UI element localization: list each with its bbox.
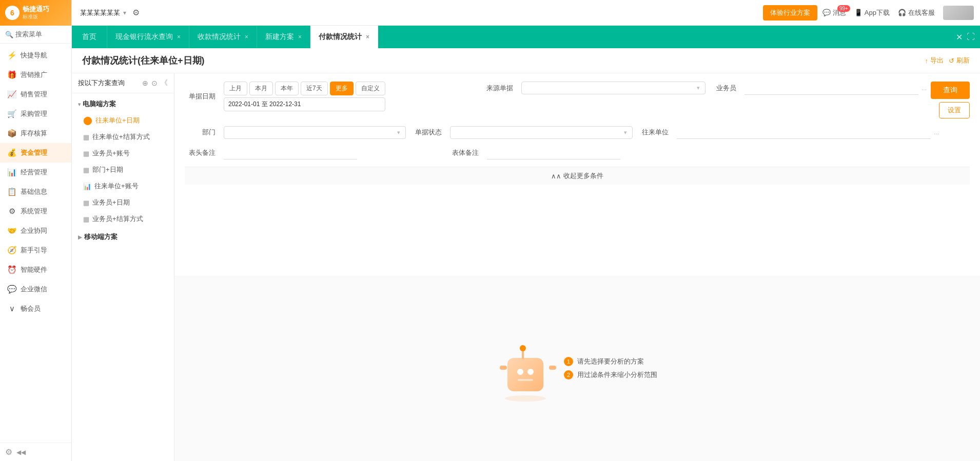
tab-receivable[interactable]: 收款情况统计 × (189, 26, 257, 48)
header-remark-label: 表头备注 (185, 148, 221, 157)
salesperson-input[interactable] (744, 82, 918, 95)
empty-content: 1 请先选择要分析的方案 2 用过滤条件来缩小分析范围 (497, 343, 657, 394)
maximize-icon[interactable]: ⛶ (967, 32, 975, 42)
scheme-settings-icon[interactable]: ⊙ (151, 79, 158, 87)
date-btn-custom[interactable]: 自定义 (356, 82, 385, 95)
mobile-group-header[interactable]: ▶ 移动端方案 (72, 229, 174, 245)
scheme-item-2[interactable]: ▦ 业务员+账号 (77, 145, 174, 162)
export-icon: ↑ (925, 57, 929, 65)
page-title-bar: 付款情况统计(往来单位+日期) ↑ 导出 ↺ 刷新 (72, 48, 980, 73)
sidebar-search[interactable]: 🔍 搜索菜单 (0, 26, 71, 44)
date-btn-this-year[interactable]: 本年 (275, 82, 299, 95)
sidebar-item-member[interactable]: ∨ 畅会员 (0, 299, 71, 318)
sidebar-item-guide[interactable]: 🧭 新手引导 (0, 240, 71, 260)
scheme-item-label-2: 业务员+账号 (92, 149, 130, 158)
collapse-more-label: 收起更多条件 (563, 171, 603, 181)
nav-label: 企业微信 (21, 285, 47, 294)
mobile-scheme-group: ▶ 移动端方案 (72, 229, 174, 245)
shortcut-icon: ⚡ (7, 51, 16, 60)
empty-tips: 1 请先选择要分析的方案 2 用过滤条件来缩小分析范围 (564, 357, 657, 379)
header-remark-group: 表头备注 (185, 146, 443, 159)
scheme-item-5[interactable]: ▦ 业务员+日期 (77, 194, 174, 211)
enterprise-icon: 🤝 (7, 226, 16, 235)
sidebar-item-wechat[interactable]: 💬 企业微信 (0, 279, 71, 299)
date-btn-last-month[interactable]: 上月 (224, 82, 247, 95)
sidebar-item-hardware[interactable]: ⏰ 智能硬件 (0, 260, 71, 279)
date-controls: 上月 本月 本年 近7天 更多 自定义 2022-01-01 至 2022-12… (224, 82, 385, 111)
tab-payable-close[interactable]: × (366, 33, 369, 41)
dropdown-icon[interactable]: ▾ (123, 9, 126, 16)
nav-label: 资金管理 (21, 148, 47, 157)
sidebar-item-sales[interactable]: 📈 销售管理 (0, 85, 71, 104)
tab-receivable-close[interactable]: × (245, 33, 248, 41)
avatar (943, 6, 974, 20)
query-button[interactable]: 查询 (931, 82, 970, 99)
sidebar-item-system[interactable]: ⚙ 系统管理 (0, 202, 71, 221)
tab-cashflow[interactable]: 现金银行流水查询 × (107, 26, 189, 48)
trial-button[interactable]: 体验行业方案 (763, 5, 817, 21)
tab-cashflow-close[interactable]: × (177, 33, 181, 41)
nav-label: 库存核算 (21, 129, 47, 138)
sidebar-item-operation[interactable]: 📊 经营管理 (0, 163, 71, 182)
sidebar-item-enterprise[interactable]: 🤝 企业协同 (0, 221, 71, 240)
scheme-item-4[interactable]: 📊 往来单位+账号 (77, 178, 174, 194)
sidebar-item-finance[interactable]: 💰 资金管理 (0, 143, 71, 163)
date-btn-7days[interactable]: 近7天 (301, 82, 328, 95)
date-label: 单据日期 (185, 92, 221, 101)
collapse-more-btn[interactable]: ∧∧ 收起更多条件 (185, 167, 970, 185)
sidebar-item-shortcut[interactable]: ⚡ 快捷导航 (0, 46, 71, 65)
sidebar-logo: 6 畅捷通巧 标准版 (0, 0, 71, 26)
tab-receivable-label: 收款情况统计 (198, 32, 241, 42)
scheme-item-6[interactable]: ▦ 业务员+结算方式 (77, 211, 174, 227)
desktop-group-items: ⬤ 往来单位+日期 ▦ 往来单位+结算方式 ▦ 业务员+账号 (72, 112, 174, 227)
nav-label: 新手引导 (21, 246, 47, 255)
collapse-sidebar-icon[interactable]: ◀◀ (16, 449, 26, 456)
app-download-action[interactable]: 📱 App下载 (854, 8, 890, 17)
date-range-value[interactable]: 2022-01-01 至 2022-12-31 (224, 97, 385, 111)
scheme-item-0[interactable]: ⬤ 往来单位+日期 (77, 112, 174, 129)
source-select[interactable]: ▾ (521, 82, 705, 94)
date-filter-group: 单据日期 上月 本月 本年 近7天 更多 自定义 20 (185, 82, 482, 111)
header-gear-icon[interactable]: ⚙ (132, 8, 140, 17)
body-remark-input[interactable] (487, 146, 620, 159)
scheme-item-3[interactable]: ▦ 部门+日期 (77, 162, 174, 178)
date-btn-more[interactable]: 更多 (330, 82, 354, 95)
settings-icon[interactable]: ⚙ (5, 447, 12, 457)
scheme-panel-title: 按以下方案查询 (78, 78, 125, 88)
tab-bar: 首页 现金银行流水查询 × 收款情况统计 × 新建方案 × 付款情况统计 × ✕… (72, 26, 980, 48)
sidebar-item-base[interactable]: 📋 基础信息 (0, 182, 71, 202)
export-button[interactable]: ↑ 导出 (925, 56, 944, 65)
tab-payable[interactable]: 付款情况统计 × (310, 26, 378, 48)
message-action[interactable]: 💬 消息 99+ (822, 8, 846, 17)
search-label: 搜索菜单 (15, 30, 42, 39)
tab-new-scheme[interactable]: 新建方案 × (257, 26, 310, 48)
sidebar-item-purchase[interactable]: 🛒 采购管理 (0, 104, 71, 124)
refresh-button[interactable]: ↺ 刷新 (949, 56, 970, 65)
dept-select[interactable]: ▾ (224, 126, 406, 139)
sidebar-item-inventory[interactable]: 📦 库存核算 (0, 124, 71, 143)
desktop-group-header[interactable]: ▾ 电脑端方案 (72, 96, 174, 112)
counterpart-input[interactable] (677, 126, 931, 139)
tab-new-scheme-close[interactable]: × (298, 33, 302, 41)
refresh-icon: ↺ (949, 57, 954, 65)
docstatus-select[interactable]: ▾ (450, 126, 632, 139)
sidebar-item-marketing[interactable]: 🎁 营销推广 (0, 65, 71, 85)
add-scheme-icon[interactable]: ⊕ (142, 79, 148, 87)
sidebar-nav: ⚡ 快捷导航 🎁 营销推广 📈 销售管理 🛒 采购管理 📦 库存核算 💰 资金管… (0, 44, 71, 443)
search-icon: 🔍 (5, 31, 13, 38)
nav-label: 基础信息 (21, 187, 47, 196)
scheme-item-1[interactable]: ▦ 往来单位+结算方式 (77, 129, 174, 145)
header-remark-input[interactable] (224, 146, 357, 159)
date-btn-this-month[interactable]: 本月 (249, 82, 273, 95)
right-panel: 单据日期 上月 本月 本年 近7天 更多 自定义 20 (174, 73, 980, 461)
close-all-icon[interactable]: ✕ (956, 32, 963, 42)
scheme-item-label-4: 往来单位+账号 (94, 182, 139, 191)
counterpart-ellipsis: ... (934, 129, 939, 136)
scheme-icon-5: ▦ (83, 199, 89, 207)
online-service-action[interactable]: 🎧 在线客服 (898, 8, 935, 17)
wechat-icon: 💬 (7, 285, 16, 294)
tab-home[interactable]: 首页 (72, 26, 107, 48)
content-area: 按以下方案查询 ⊕ ⊙ 《 ▾ 电脑端方案 (72, 73, 980, 461)
settings-button[interactable]: 设置 (939, 102, 970, 118)
collapse-panel-icon[interactable]: 《 (161, 78, 168, 88)
